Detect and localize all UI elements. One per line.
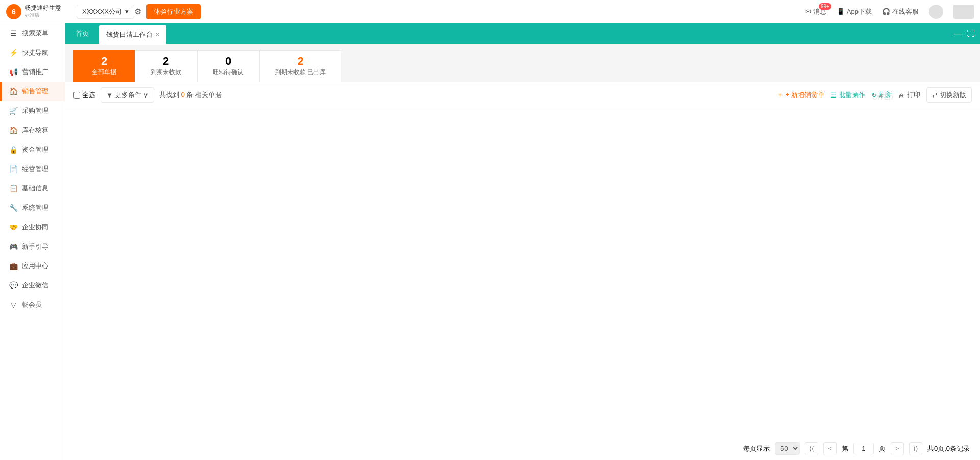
sys-mgmt-icon: 🔧 <box>9 203 18 212</box>
company-selector[interactable]: XXXXXX公司 ▾ <box>77 5 134 19</box>
sidebar-item-operations[interactable]: 📄 经营管理 <box>0 159 65 179</box>
total-info: 共0页,0条记录 <box>927 444 970 453</box>
print-label: 打印 <box>907 90 920 100</box>
first-page-button[interactable]: ⟨⟨ <box>805 442 818 455</box>
content-area: 2 全部单据 2 到期未收款 0 旺辅待确认 2 到期未收款 已出库 全选 <box>65 44 980 460</box>
toolbar-left: 全选 ▼ 更多条件 ∨ 共找到 0 条 相关单据 <box>74 87 222 103</box>
pagination-bar: 每页显示 50 ⟨⟨ ＜ 第 页 ＞ ⟩⟩ 共0页,0条记录 <box>65 437 980 460</box>
inventory-icon: 🏠 <box>9 126 18 135</box>
page-label: 第 <box>842 444 848 453</box>
quick-nav-icon: ⚡ <box>9 48 18 57</box>
user-name-placeholder[interactable] <box>953 5 974 19</box>
app-download-btn[interactable]: 📱 App下载 <box>837 7 872 16</box>
add-sales-order-button[interactable]: ＋ + 新增销货单 <box>777 90 824 100</box>
tab-all-label: 全部单据 <box>89 68 119 77</box>
app-center-icon: 💼 <box>9 261 18 271</box>
sidebar-item-sys-mgmt[interactable]: 🔧 系统管理 <box>0 198 65 217</box>
tab-notshipped-label: 到期未收款 已出库 <box>275 68 326 77</box>
top-header: 6 畅捷通好生意 标准版 XXXXXX公司 ▾ ⚙ 体验行业方案 ✉ 消息 99… <box>0 0 980 23</box>
app-name: 畅捷通好生意 <box>24 4 61 11</box>
tab-home[interactable]: 首页 <box>65 23 99 44</box>
sidebar-item-marketing[interactable]: 📢 营销推广 <box>0 62 65 82</box>
sidebar-item-inventory[interactable]: 🏠 库存核算 <box>0 120 65 140</box>
sidebar-item-label: 库存核算 <box>22 126 48 135</box>
tab-pending-confirm[interactable]: 0 旺辅待确认 <box>197 50 259 82</box>
sidebar-item-finance[interactable]: 🔒 资金管理 <box>0 140 65 159</box>
sidebar-item-base-info[interactable]: 📋 基础信息 <box>0 179 65 198</box>
batch-label: 批量操作 <box>839 90 865 100</box>
tab-overdue-label: 到期未收款 <box>151 68 181 77</box>
add-label: + 新增销货单 <box>786 90 824 100</box>
tab-bar: 首页 钱货日清工作台 × — ⛶ <box>65 23 980 44</box>
online-service-btn[interactable]: 🎧 在线客服 <box>882 7 919 16</box>
logo-icon: 6 <box>6 4 21 19</box>
filter-label: 更多条件 <box>115 90 141 100</box>
watermark-text: OfTEn <box>872 93 893 101</box>
switch-new-version-button[interactable]: ⇄ 切换新版 <box>926 87 972 103</box>
select-all-checkbox[interactable] <box>74 92 80 99</box>
purchase-icon: 🛒 <box>9 106 18 115</box>
sidebar-item-label: 经营管理 <box>22 164 48 174</box>
tab-overdue-unpaid[interactable]: 2 到期未收款 <box>135 50 197 82</box>
gear-icon[interactable]: ⚙ <box>134 7 141 16</box>
sidebar-item-label: 企业微信 <box>22 281 48 290</box>
batch-icon: ☰ <box>830 91 837 99</box>
select-all-checkbox-label[interactable]: 全选 <box>74 90 95 100</box>
company-name: XXXXXX公司 <box>82 7 122 16</box>
sidebar-item-label: 新手引导 <box>22 242 48 251</box>
window-maximize-icon[interactable]: ⛶ <box>967 29 975 38</box>
tab-all-count: 2 <box>89 55 119 68</box>
header-right: ✉ 消息 99+ 📱 App下载 🎧 在线客服 <box>805 5 974 19</box>
filter-button[interactable]: ▼ 更多条件 ∨ <box>101 87 154 103</box>
next-page-button[interactable]: ＞ <box>891 442 904 455</box>
main-content: 2 全部单据 2 到期未收款 0 旺辅待确认 2 到期未收款 已出库 全选 <box>65 44 980 460</box>
add-icon: ＋ <box>777 90 783 100</box>
tab-active[interactable]: 钱货日清工作台 × <box>99 25 166 45</box>
sidebar-item-guide[interactable]: 🎮 新手引导 <box>0 237 65 256</box>
service-icon: 🎧 <box>882 8 890 15</box>
tab-bar-right: — ⛶ <box>954 29 980 38</box>
finance-icon: 🔒 <box>9 145 18 154</box>
sidebar-item-label: 快捷导航 <box>22 48 48 57</box>
toolbar: 全选 ▼ 更多条件 ∨ 共找到 0 条 相关单据 ＋ + 新增销货单 <box>65 82 980 108</box>
sidebar-item-wechat[interactable]: 💬 企业微信 <box>0 276 65 295</box>
avatar[interactable] <box>929 5 943 19</box>
sidebar-item-app-center[interactable]: 💼 应用中心 <box>0 256 65 276</box>
tab-all[interactable]: 2 全部单据 <box>74 50 135 82</box>
page-size-label: 每页显示 <box>743 444 770 453</box>
sidebar-item-quick-nav[interactable]: ⚡ 快捷导航 <box>0 43 65 62</box>
last-page-button[interactable]: ⟩⟩ <box>909 442 922 455</box>
sidebar-item-label: 企业协同 <box>22 223 48 232</box>
trial-button[interactable]: 体验行业方案 <box>146 4 201 19</box>
tab-overdue-not-shipped[interactable]: 2 到期未收款 已出库 <box>259 50 341 82</box>
sidebar-item-label: 基础信息 <box>22 184 48 193</box>
messages-badge: 99+ <box>819 3 831 10</box>
app-download-label: App下载 <box>847 7 872 16</box>
messages-btn[interactable]: ✉ 消息 99+ <box>805 7 826 16</box>
batch-operation-button[interactable]: ☰ 批量操作 <box>830 90 865 100</box>
page-input[interactable] <box>853 443 874 454</box>
sidebar-item-label: 销售管理 <box>22 87 48 96</box>
print-icon: 🖨 <box>898 91 905 99</box>
filter-icon: ▼ <box>106 91 113 99</box>
table-area <box>65 108 980 437</box>
sidebar-item-enterprise[interactable]: 🤝 企业协同 <box>0 217 65 237</box>
print-button[interactable]: 🖨 打印 <box>898 90 920 100</box>
page-size-select[interactable]: 50 <box>775 442 800 455</box>
tab-close-icon[interactable]: × <box>156 31 159 38</box>
sales-mgmt-icon: 🏠 <box>9 87 18 96</box>
download-icon: 📱 <box>837 8 845 15</box>
sidebar-item-label: 应用中心 <box>22 261 48 271</box>
sidebar-item-label: 资金管理 <box>22 145 48 154</box>
prev-page-button[interactable]: ＜ <box>823 442 837 455</box>
logo-area: 6 畅捷通好生意 标准版 <box>6 4 71 19</box>
sidebar-item-purchase-mgmt[interactable]: 🛒 采购管理 <box>0 101 65 120</box>
select-all-label: 全选 <box>82 90 95 100</box>
sidebar-item-sales-mgmt[interactable]: 🏠 销售管理 <box>0 82 65 101</box>
window-minimize-icon[interactable]: — <box>954 29 963 38</box>
marketing-icon: 📢 <box>9 67 18 77</box>
sidebar-item-member[interactable]: ▽ 畅会员 <box>0 295 65 314</box>
switch-label: 切换新版 <box>940 90 966 100</box>
sidebar-item-search-menu[interactable]: ☰ 搜索菜单 <box>0 23 65 43</box>
enterprise-icon: 🤝 <box>9 223 18 232</box>
